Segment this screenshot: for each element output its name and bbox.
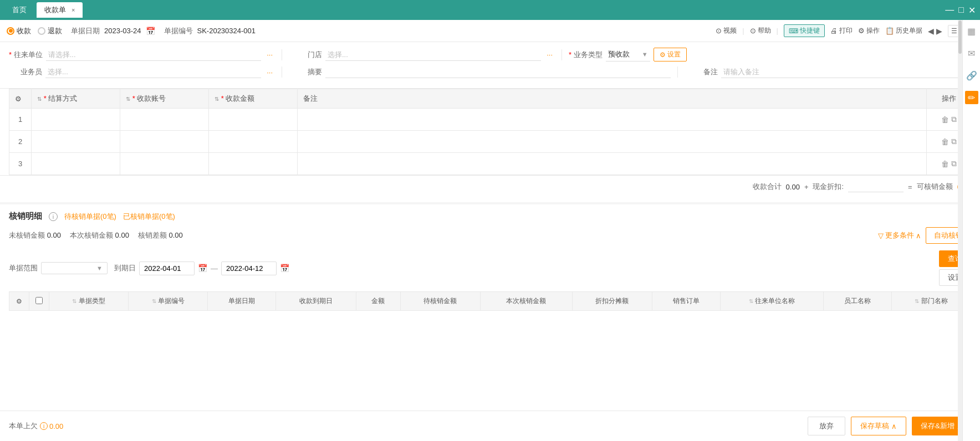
due-date-to-input[interactable]	[221, 261, 277, 275]
radio-receipt[interactable]: 收款	[7, 26, 31, 36]
staff-input[interactable]	[45, 66, 261, 78]
row-2-amount-input[interactable]	[209, 131, 297, 152]
row-2-account-input[interactable]	[120, 131, 208, 152]
row-3-account-input[interactable]	[120, 153, 208, 175]
row-2-account[interactable]	[120, 131, 209, 153]
row-3-settlement-input[interactable]	[32, 153, 120, 175]
partner-input[interactable]	[46, 49, 261, 61]
next-icon[interactable]: ▶	[936, 27, 942, 35]
row-2-settlement[interactable]	[32, 131, 120, 153]
verification-section: 核销明细 i 待核销单据(0笔) 已核销单据(0笔) 未核销金额 0.00 本次…	[0, 202, 980, 317]
calendar-from-icon[interactable]: 📅	[198, 264, 207, 273]
tab-receipt[interactable]: 收款单 ×	[37, 2, 83, 18]
pending-tab[interactable]: 待核销单据(0笔)	[64, 212, 116, 222]
radio-refund-label: 退款	[48, 26, 62, 36]
bottom-bar: 本单上欠 i 0.00 放弃 保存草稿 ∧ 保存&新增 ∧	[0, 411, 980, 441]
right-table-icon[interactable]: ▦	[965, 24, 978, 38]
row-1-settlement-input[interactable]	[32, 109, 120, 130]
row-3-amount[interactable]	[209, 153, 298, 175]
select-all-checkbox[interactable]	[35, 297, 43, 304]
detail-checkbox-header[interactable]	[29, 292, 49, 311]
range-select[interactable]: ▼	[41, 262, 108, 274]
close-icon[interactable]: ✕	[968, 5, 976, 16]
print-btn[interactable]: 🖨 打印	[830, 26, 853, 35]
num-value: SK-20230324-001	[197, 27, 256, 35]
row-2-notes[interactable]	[298, 131, 927, 153]
row-3-notes-input[interactable]	[298, 153, 926, 175]
right-mail-icon[interactable]: ✉	[965, 47, 978, 60]
bottom-buttons: 放弃 保存草稿 ∧ 保存&新增 ∧	[808, 417, 971, 435]
row-1-account[interactable]	[120, 109, 209, 131]
scrollbar-thumb[interactable]	[958, 20, 962, 54]
row-1-notes-input[interactable]	[298, 109, 926, 130]
due-date-from-input[interactable]	[139, 261, 195, 275]
operation-btn[interactable]: ⚙ 操作	[858, 26, 880, 35]
row-1-amount[interactable]	[209, 109, 298, 131]
row-1-amount-input[interactable]	[209, 109, 297, 130]
shortcut-btn[interactable]: ⌨ 快捷键	[784, 24, 825, 37]
table-body: 1 🗑 ⧉ 2	[9, 109, 971, 175]
row-3-copy-icon[interactable]: ⧉	[951, 159, 957, 168]
row-3-account[interactable]	[120, 153, 209, 175]
notes-input[interactable]	[721, 66, 971, 78]
row-2-notes-input[interactable]	[298, 131, 926, 152]
net-label: 可核销金额	[917, 182, 953, 192]
chevron-down-icon: ▼	[642, 51, 648, 58]
video-btn[interactable]: ⊙ 视频	[716, 26, 737, 35]
row-3-settlement[interactable]	[32, 153, 120, 175]
calendar-to-icon[interactable]: 📅	[280, 264, 289, 273]
calendar-icon[interactable]: 📅	[146, 27, 155, 35]
settings-button[interactable]: ⚙ 设置	[654, 48, 687, 61]
radio-refund[interactable]: 退款	[38, 26, 62, 36]
plus-symbol: +	[804, 183, 809, 191]
gear-header[interactable]: ⚙	[9, 89, 32, 109]
tab-close-icon[interactable]: ×	[72, 7, 75, 13]
main-table: ⚙ ⇅ * 结算方式 ⇅ * 收款账号 ⇅ * 收款金额	[9, 89, 971, 175]
help-btn[interactable]: ⊙ 帮助	[750, 26, 771, 35]
row-1-copy-icon[interactable]: ⧉	[951, 115, 957, 124]
form-section: * 往来单位 ··· 门店 ··· * 业务类型 预	[0, 42, 980, 89]
help-icon: ⊙	[750, 27, 756, 35]
divider-3	[282, 66, 282, 78]
store-ellipsis-btn[interactable]: ···	[544, 50, 555, 59]
business-type-label: * 业务类型	[569, 50, 603, 60]
maximize-icon[interactable]: □	[958, 5, 964, 15]
row-1-settlement[interactable]	[32, 109, 120, 131]
row-1-delete-icon[interactable]: 🗑	[941, 115, 949, 124]
row-3-notes[interactable]	[298, 153, 927, 175]
row-3-delete-icon[interactable]: 🗑	[941, 160, 949, 168]
history-btn[interactable]: 📋 历史单据	[885, 26, 922, 35]
summary-input[interactable]	[325, 66, 671, 78]
row-1-notes[interactable]	[298, 109, 927, 131]
prev-icon[interactable]: ◀	[928, 27, 934, 35]
store-input[interactable]	[325, 49, 541, 61]
save-draft-btn[interactable]: 保存草稿 ∧	[851, 417, 906, 435]
row-3-amount-input[interactable]	[209, 153, 297, 175]
table-row: 2 🗑 ⧉	[9, 131, 971, 153]
staff-ellipsis-btn[interactable]: ···	[264, 68, 275, 76]
tab-home-label: 首页	[12, 5, 27, 15]
right-scrollbar[interactable]	[958, 20, 962, 441]
right-edit-icon[interactable]: ✏	[965, 91, 978, 104]
section-header: 核销明细 i 待核销单据(0笔) 已核销单据(0笔)	[9, 211, 971, 222]
info-icon[interactable]: i	[49, 212, 58, 221]
row-2-settlement-input[interactable]	[32, 131, 120, 152]
row-2-amount[interactable]	[209, 131, 298, 153]
abandon-btn[interactable]: 放弃	[808, 417, 845, 435]
partner-ellipsis-btn[interactable]: ···	[264, 50, 275, 59]
staff-label: 业务员	[9, 67, 42, 77]
unchecked-stat: 未核销金额 0.00	[9, 230, 61, 240]
done-tab[interactable]: 已核销单据(0笔)	[123, 212, 175, 222]
store-field: 门店 ···	[289, 49, 555, 61]
minimize-icon[interactable]: —	[945, 5, 954, 15]
detail-gear-header[interactable]: ⚙	[9, 292, 29, 311]
tab-home[interactable]: 首页	[4, 2, 34, 18]
discount-input[interactable]	[848, 181, 904, 192]
right-link-icon[interactable]: 🔗	[965, 69, 978, 82]
row-2-delete-icon[interactable]: 🗑	[941, 137, 949, 146]
detail-partner-header: ⇅ 往来单位名称	[720, 292, 823, 311]
row-1-account-input[interactable]	[120, 109, 208, 130]
business-type-select[interactable]: 预收款 ▼	[606, 48, 650, 61]
more-conditions-btn[interactable]: ▽ 更多条件 ∧	[878, 230, 921, 240]
row-2-copy-icon[interactable]: ⧉	[951, 137, 957, 146]
